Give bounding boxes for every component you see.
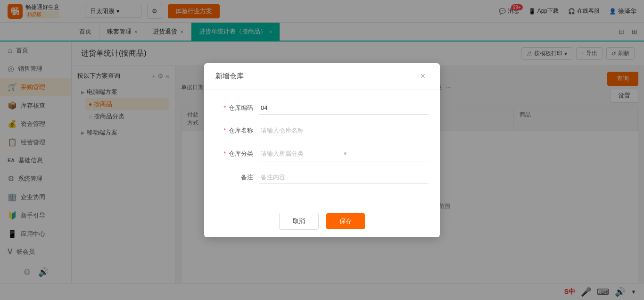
name-label: * 仓库名称	[215, 126, 253, 135]
name-input[interactable]	[259, 124, 429, 137]
form-row-name: * 仓库名称	[215, 124, 429, 137]
modal-footer: 取消 保存	[204, 205, 440, 237]
name-required-star: *	[223, 127, 226, 134]
category-required-star: *	[223, 150, 226, 157]
category-label: * 仓库分类	[215, 150, 253, 158]
category-placeholder: 请输入所属分类	[261, 150, 344, 158]
modal-body: * 仓库编码 * 仓库名称 * 仓库分类 请输入所属	[204, 90, 440, 205]
code-label: * 仓库编码	[215, 104, 253, 112]
form-row-remark: 备注	[215, 171, 429, 184]
remark-label-text: 备注	[241, 174, 253, 181]
category-label-text: 仓库分类	[229, 150, 253, 157]
code-label-text: 仓库编码	[229, 104, 253, 111]
form-row-code: * 仓库编码	[215, 101, 429, 115]
modal-header: 新增仓库 ×	[204, 63, 440, 90]
modal-close-button[interactable]: ×	[417, 71, 429, 82]
category-select[interactable]: 请输入所属分类 ▾	[259, 147, 429, 161]
cancel-button[interactable]: 取消	[279, 213, 319, 230]
modal-title: 新增仓库	[215, 72, 244, 81]
code-input[interactable]	[259, 101, 429, 115]
code-required-star: *	[223, 104, 226, 111]
form-row-category: * 仓库分类 请输入所属分类 ▾	[215, 147, 429, 161]
modal-dialog: 新增仓库 × * 仓库编码 * 仓库名称	[204, 63, 440, 237]
save-button[interactable]: 保存	[326, 213, 365, 229]
name-label-text: 仓库名称	[229, 127, 253, 134]
remark-label: 备注	[215, 173, 253, 182]
remark-input[interactable]	[259, 171, 429, 184]
modal-overlay[interactable]: 新增仓库 × * 仓库编码 * 仓库名称	[0, 0, 644, 300]
category-arrow-icon: ▾	[344, 150, 427, 157]
